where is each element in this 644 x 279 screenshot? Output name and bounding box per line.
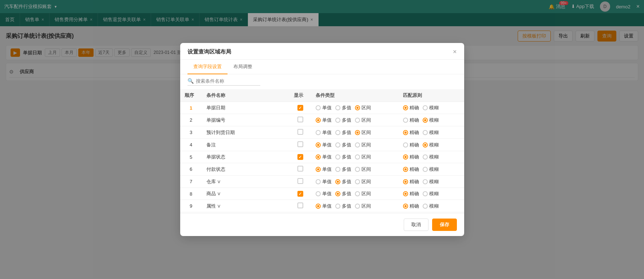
checkbox[interactable] <box>297 166 303 172</box>
radio-type-区间[interactable]: 区间 <box>355 129 371 136</box>
radio-type-区间[interactable]: 区间 <box>355 166 371 173</box>
dialog-tab-layout[interactable]: 布局调整 <box>228 60 258 74</box>
radio-circle <box>335 204 340 209</box>
row-display-checkbox[interactable] <box>289 176 311 188</box>
radio-circle <box>423 154 428 160</box>
radio-match-模糊[interactable]: 模糊 <box>423 129 439 136</box>
radio-type-区间[interactable]: 区间 <box>355 203 371 209</box>
radio-type-单值[interactable]: 单值 <box>316 203 332 209</box>
radio-circle <box>335 105 340 110</box>
save-button[interactable]: 保存 <box>432 219 457 231</box>
row-order: 7 <box>180 176 202 188</box>
row-type: 单值多值区间 <box>311 163 399 176</box>
row-display-checkbox[interactable] <box>289 126 311 139</box>
row-display-checkbox[interactable] <box>289 139 311 151</box>
dialog-tab-query[interactable]: 查询字段设置 <box>187 60 228 74</box>
checkbox[interactable] <box>297 117 303 122</box>
radio-circle <box>403 191 408 196</box>
radio-type-多值[interactable]: 多值 <box>335 203 351 209</box>
radio-type-单值[interactable]: 单值 <box>316 178 332 185</box>
radio-type-单值[interactable]: 单值 <box>316 117 332 123</box>
radio-match-模糊[interactable]: 模糊 <box>423 190 439 197</box>
radio-match-模糊[interactable]: 模糊 <box>423 154 439 160</box>
radio-match-精确[interactable]: 精确 <box>403 117 419 123</box>
row-display-checkbox[interactable] <box>289 114 311 126</box>
radio-type-区间[interactable]: 区间 <box>355 105 371 111</box>
radio-type-单值[interactable]: 单值 <box>316 190 332 197</box>
radio-circle <box>355 191 360 196</box>
checkbox[interactable] <box>297 203 303 208</box>
row-match: 精确模糊 <box>399 102 464 114</box>
radio-match-模糊[interactable]: 模糊 <box>423 178 439 185</box>
radio-circle <box>403 179 408 184</box>
row-display-checkbox[interactable] <box>289 102 311 114</box>
row-name: 预计到货日期 <box>202 126 289 139</box>
search-icon: 🔍 <box>187 78 194 84</box>
conditions-table: 顺序 条件名称 显示 条件类型 匹配原则 1单据日期单值多值区间精确模糊2单据编… <box>180 89 464 213</box>
radio-type-区间[interactable]: 区间 <box>355 190 371 197</box>
radio-type-多值[interactable]: 多值 <box>335 166 351 173</box>
radio-type-区间[interactable]: 区间 <box>355 178 371 185</box>
row-order: 4 <box>180 139 202 151</box>
radio-circle <box>355 130 360 135</box>
radio-type-单值[interactable]: 单值 <box>316 166 332 173</box>
radio-match-模糊[interactable]: 模糊 <box>423 166 439 173</box>
radio-circle <box>355 105 360 110</box>
checkbox[interactable] <box>297 191 303 197</box>
radio-circle <box>335 179 340 184</box>
radio-match-精确[interactable]: 精确 <box>403 166 419 173</box>
radio-type-单值[interactable]: 单值 <box>316 129 332 136</box>
radio-type-多值[interactable]: 多值 <box>335 154 351 160</box>
radio-circle <box>316 167 321 172</box>
radio-type-单值[interactable]: 单值 <box>316 154 332 160</box>
radio-match-模糊[interactable]: 模糊 <box>423 142 439 148</box>
dialog-close-btn[interactable]: × <box>453 48 457 56</box>
radio-type-多值[interactable]: 多值 <box>335 105 351 111</box>
row-display-checkbox[interactable] <box>289 200 311 212</box>
radio-type-单值[interactable]: 单值 <box>316 142 332 148</box>
radio-type-区间[interactable]: 区间 <box>355 142 371 148</box>
checkbox[interactable] <box>297 154 303 160</box>
row-display-checkbox[interactable] <box>289 163 311 176</box>
search-bar: 🔍 <box>180 74 464 89</box>
radio-type-区间[interactable]: 区间 <box>355 117 371 123</box>
radio-type-区间[interactable]: 区间 <box>355 154 371 160</box>
cancel-button[interactable]: 取消 <box>404 219 428 231</box>
row-match: 精确模糊 <box>399 200 464 212</box>
checkbox[interactable] <box>297 178 303 184</box>
radio-match-模糊[interactable]: 模糊 <box>423 117 439 123</box>
radio-type-多值[interactable]: 多值 <box>335 129 351 136</box>
radio-match-精确[interactable]: 精确 <box>403 203 419 209</box>
radio-type-多值[interactable]: 多值 <box>335 117 351 123</box>
row-name: 仓库 ∨ <box>202 176 289 188</box>
radio-match-精确[interactable]: 精确 <box>403 154 419 160</box>
radio-type-多值[interactable]: 多值 <box>335 178 351 185</box>
radio-type-多值[interactable]: 多值 <box>335 190 351 197</box>
table-row: 6付款状态单值多值区间精确模糊 <box>180 163 464 176</box>
radio-match-精确[interactable]: 精确 <box>403 190 419 197</box>
search-input[interactable] <box>196 78 254 84</box>
row-match: 精确模糊 <box>399 139 464 151</box>
radio-match-模糊[interactable]: 模糊 <box>423 203 439 209</box>
radio-match-精确[interactable]: 精确 <box>403 105 419 111</box>
row-name: 付款状态 <box>202 163 289 176</box>
radio-circle <box>316 105 321 110</box>
radio-match-精确[interactable]: 精确 <box>403 142 419 148</box>
col-name: 条件名称 <box>202 89 289 102</box>
radio-match-模糊[interactable]: 模糊 <box>423 105 439 111</box>
row-display-checkbox[interactable] <box>289 188 311 200</box>
row-display-checkbox[interactable] <box>289 151 311 163</box>
checkbox[interactable] <box>297 129 303 135</box>
radio-circle <box>335 118 340 123</box>
row-match: 精确模糊 <box>399 188 464 200</box>
checkbox[interactable] <box>297 105 303 111</box>
row-order: 1 <box>180 102 202 114</box>
radio-circle <box>316 130 321 135</box>
radio-match-精确[interactable]: 精确 <box>403 178 419 185</box>
radio-match-精确[interactable]: 精确 <box>403 129 419 136</box>
radio-type-多值[interactable]: 多值 <box>335 142 351 148</box>
checkbox[interactable] <box>297 141 303 147</box>
dialog-header: 设置查询区域布局 × <box>180 43 464 60</box>
radio-type-单值[interactable]: 单值 <box>316 105 332 111</box>
row-type: 单值多值区间 <box>311 102 399 114</box>
